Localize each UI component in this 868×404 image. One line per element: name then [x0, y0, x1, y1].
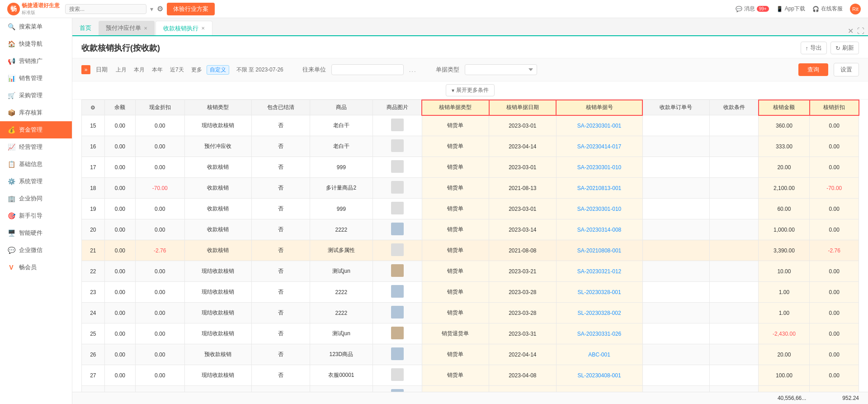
cell-receipt-order-no — [642, 136, 710, 157]
query-button[interactable]: 查询 — [798, 63, 828, 76]
cell-balance: 0.00 — [104, 240, 135, 261]
export-button[interactable]: ↑ 导出 — [801, 42, 827, 54]
sidebar-item-sales[interactable]: 📊 销售管理 — [0, 70, 72, 87]
sidebar-item-member[interactable]: V 畅会员 — [0, 259, 72, 276]
col-header-gear[interactable]: ⚙ — [82, 100, 105, 115]
writeoff-voucher-no-link[interactable]: SA-20210813-001 — [577, 185, 621, 191]
layout: 🔍 搜索菜单 🏠 快捷导航 📢 营销推广 📊 销售管理 🛒 采购管理 📦 库存核… — [0, 18, 868, 404]
cell-no: 15 — [82, 115, 105, 136]
cell-writeoff-voucher-no[interactable]: SA-20230301-010 — [556, 157, 642, 178]
writeoff-voucher-no-link[interactable]: SA-20230301-010 — [577, 164, 621, 171]
table-row: 15 0.00 0.00 现结收款核销 否 老白干 销货单 2023-03-01… — [82, 115, 859, 136]
app-download[interactable]: 📱 App下载 — [776, 5, 805, 13]
basic-icon: 📋 — [7, 161, 15, 168]
tab-receipt-write-off-close[interactable]: ✕ — [201, 26, 205, 31]
writeoff-voucher-no-link[interactable]: SA-20230321-012 — [577, 268, 621, 275]
cell-write-off-type: 现结收款核销 — [184, 261, 252, 282]
cell-writeoff-discount: 0.00 — [810, 115, 859, 136]
cell-cash-discount: 0.00 — [136, 323, 184, 344]
cell-writeoff-voucher-no[interactable]: SL-20230328-001 — [556, 282, 642, 303]
solution-button[interactable]: 体验行业方案 — [167, 3, 215, 15]
writeoff-voucher-no-link[interactable]: ABC-001 — [588, 352, 610, 358]
sidebar-item-operation[interactable]: 📈 经营管理 — [0, 138, 72, 156]
writeoff-voucher-no-link[interactable]: SL-20230408-001 — [578, 372, 621, 379]
cell-receipt-order-no — [642, 303, 710, 323]
cell-writeoff-voucher-no[interactable]: SA-20230414-017 — [556, 136, 642, 157]
from-unit-input[interactable] — [331, 64, 404, 75]
cell-balance: 0.00 — [104, 303, 135, 323]
cell-writeoff-voucher-date: 2023-03-21 — [489, 261, 557, 282]
cell-writeoff-voucher-no[interactable]: SA-20210808-001 — [556, 240, 642, 261]
tab-receipt-write-off[interactable]: 收款核销执行 ✕ — [156, 21, 212, 35]
sidebar-item-purchase[interactable]: 🛒 采购管理 — [0, 87, 72, 104]
cell-writeoff-voucher-no[interactable]: SA-20230314-008 — [556, 219, 642, 240]
date-btn-more[interactable]: 更多 — [189, 65, 205, 75]
cell-writeoff-voucher-no[interactable]: SA-20210813-001 — [556, 178, 642, 199]
tab-prepaid[interactable]: 预付冲应付单 ✕ — [99, 21, 155, 35]
cell-writeoff-voucher-no[interactable]: SA-20230321-012 — [556, 261, 642, 282]
sidebar-item-enterprise[interactable]: 🏢 企业协同 — [0, 190, 72, 207]
writeoff-voucher-no-link[interactable]: SA-20230331-026 — [577, 331, 621, 337]
refresh-button[interactable]: ↻ 刷新 — [830, 42, 859, 54]
writeoff-voucher-no-link[interactable]: SL-20230328-002 — [578, 310, 621, 316]
cell-writeoff-voucher-no[interactable]: SA-20230331-026 — [556, 323, 642, 344]
writeoff-voucher-no-link[interactable]: SA-20230314-008 — [577, 227, 621, 233]
tab-fullscreen-icon[interactable]: ⛶ — [857, 27, 864, 35]
cell-writeoff-voucher-no[interactable]: SL-20230408-001 — [556, 365, 642, 386]
table-body: 15 0.00 0.00 现结收款核销 否 老白干 销货单 2023-03-01… — [82, 115, 859, 392]
sidebar-item-search[interactable]: 🔍 搜索菜单 — [0, 18, 72, 35]
notification-area[interactable]: 💬 消息 99+ — [736, 5, 769, 13]
cell-writeoff-voucher-no[interactable]: SL-20230328-002 — [556, 303, 642, 323]
cell-writeoff-discount: 0.00 — [810, 136, 859, 157]
filter-expand-button[interactable]: » — [81, 65, 90, 74]
cell-writeoff-amount: 100.00 — [759, 386, 810, 392]
cell-writeoff-voucher-no[interactable]: SA-20230301-001 — [556, 115, 642, 136]
table-container[interactable]: ⚙ 余额 现金折扣 核销类型 包含已结清 商品 商品图片 核销单据类型 核销单据… — [72, 100, 868, 392]
voucher-type-select[interactable] — [465, 64, 537, 75]
cell-write-off-type: 现结收款核销 — [184, 115, 252, 136]
sidebar-item-quick-nav[interactable]: 🏠 快捷导航 — [0, 35, 72, 52]
tab-home[interactable]: 首页 — [72, 21, 99, 35]
dropdown-icon[interactable]: ▾ — [150, 5, 153, 13]
sidebar-item-finance[interactable]: 💰 资金管理 — [0, 121, 72, 138]
writeoff-voucher-no-link[interactable]: SA-20230414-017 — [577, 143, 621, 150]
sidebar-item-marketing[interactable]: 📢 营销推广 — [0, 52, 72, 70]
sidebar-label-sales: 销售管理 — [19, 74, 42, 82]
cell-writeoff-voucher-no[interactable]: SL-20230418-001 — [556, 386, 642, 392]
cell-include-settled: 否 — [252, 261, 310, 282]
date-btn-7days[interactable]: 近7天 — [167, 65, 187, 75]
cell-writeoff-voucher-no[interactable]: SA-20230301-010 — [556, 199, 642, 219]
date-btn-custom[interactable]: 自定义 — [207, 65, 229, 75]
cell-writeoff-amount: 3,390.00 — [759, 240, 810, 261]
cell-write-off-type: 收款核销 — [184, 219, 252, 240]
sidebar-item-inventory[interactable]: 📦 库存核算 — [0, 104, 72, 121]
cell-goods-img — [373, 199, 422, 219]
tab-prepaid-close[interactable]: ✕ — [144, 26, 147, 31]
date-btn-this-month[interactable]: 本月 — [131, 65, 147, 75]
user-avatar[interactable]: Rit — [850, 4, 861, 14]
search-input[interactable] — [65, 4, 146, 14]
cell-balance: 0.00 — [104, 386, 135, 392]
online-service[interactable]: 🎧 在线客服 — [812, 5, 843, 13]
writeoff-voucher-no-link[interactable]: SA-20210808-001 — [577, 247, 621, 254]
writeoff-voucher-no-link[interactable]: SL-20230328-001 — [578, 289, 621, 295]
expand-more-button[interactable]: ▾ 展开更多条件 — [446, 84, 495, 96]
sidebar-item-smart-hw[interactable]: 🖥️ 智能硬件 — [0, 224, 72, 242]
date-btn-this-year[interactable]: 本年 — [149, 65, 165, 75]
tab-close-all-icon[interactable]: ✕ — [848, 27, 854, 35]
date-btn-last-month[interactable]: 上月 — [113, 65, 129, 75]
col-header-include-settled: 包含已结清 — [252, 100, 310, 115]
cell-writeoff-discount: -70.00 — [810, 178, 859, 199]
writeoff-voucher-no-link[interactable]: SA-20230301-001 — [577, 123, 621, 129]
sidebar-item-system[interactable]: ⚙️ 系统管理 — [0, 173, 72, 190]
sidebar-item-wechat[interactable]: 💬 企业微信 — [0, 242, 72, 259]
cell-receipt-order-no — [642, 323, 710, 344]
cell-writeoff-voucher-no[interactable]: ABC-001 — [556, 344, 642, 365]
sidebar-item-newbie[interactable]: 🎯 新手引导 — [0, 207, 72, 224]
sidebar-item-basic[interactable]: 📋 基础信息 — [0, 156, 72, 173]
settings-icon[interactable]: ⚙ — [157, 5, 163, 13]
writeoff-voucher-no-link[interactable]: SA-20230301-010 — [577, 206, 621, 212]
set-button[interactable]: 设置 — [834, 63, 859, 76]
cell-include-settled: 否 — [252, 157, 310, 178]
cell-receipt-condition — [710, 178, 759, 199]
